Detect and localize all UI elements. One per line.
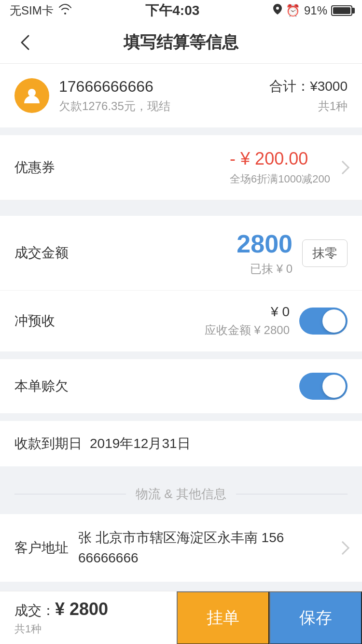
due-date-value: 2019年12月31日	[90, 434, 191, 453]
pre-collection-row: 冲预收 ¥ 0 应收金额 ¥ 2800	[0, 290, 362, 351]
status-right: ⏰ 91%	[273, 4, 352, 17]
section-divider-2	[0, 351, 362, 359]
bottom-deal-text: 成交：¥ 2800	[14, 599, 162, 620]
debt-row: 本单赊欠	[0, 359, 362, 413]
alarm-icon: ⏰	[286, 4, 300, 17]
logistics-label: 物流 & 其他信息	[136, 486, 226, 503]
save-button[interactable]: 保存	[269, 591, 362, 644]
transaction-row: 成交金额 2800 已抹 ¥ 0 抹零	[0, 216, 362, 290]
coupon-row[interactable]: 优惠券 - ¥ 200.00 全场6折满1000减200	[0, 135, 362, 200]
transaction-value: 2800	[237, 229, 292, 258]
toggle-thumb	[322, 309, 346, 333]
pre-collection-toggle[interactable]	[299, 308, 348, 335]
pre-collection-label: 冲预收	[14, 312, 55, 330]
status-bar: 无SIM卡 下午4:03 ⏰ 91%	[0, 0, 362, 21]
wifi-icon	[58, 4, 72, 17]
pre-collection-amount: ¥ 0	[205, 304, 290, 320]
battery-icon	[331, 5, 352, 16]
customer-phone: 17666666666	[59, 78, 170, 96]
content: 17666666666 欠款1276.35元，现结 合计：¥3000 共1种 优…	[0, 64, 362, 644]
debt-toggle[interactable]	[299, 373, 348, 400]
logistics-line-left	[14, 494, 126, 494]
logistics-line-right	[236, 494, 348, 494]
coupon-chevron-icon	[336, 161, 349, 174]
coupon-desc: 全场6折满1000减200	[230, 172, 330, 186]
back-button[interactable]	[14, 32, 36, 53]
bottom-count: 共1种	[14, 622, 162, 636]
location-icon	[273, 4, 282, 17]
section-divider-1	[0, 208, 362, 216]
address-chevron-icon	[336, 541, 349, 555]
customer-card: 17666666666 欠款1276.35元，现结 合计：¥3000 共1种	[0, 64, 362, 127]
bottom-bar: 成交：¥ 2800 共1种 挂单 保存	[0, 591, 362, 644]
address-label: 客户地址	[14, 539, 69, 557]
due-date-row: 收款到期日 2019年12月31日	[0, 421, 362, 466]
customer-debt: 欠款1276.35元，现结	[59, 98, 170, 114]
deal-prefix: 成交：	[14, 603, 55, 618]
address-value: 张 北京市市辖区海淀区永丰南 156 66666666	[78, 528, 338, 568]
nav-bar: 填写结算等信息	[0, 21, 362, 64]
address-row[interactable]: 客户地址 张 北京市市辖区海淀区永丰南 156 66666666	[0, 514, 362, 582]
coupon-label: 优惠券	[14, 158, 55, 177]
svg-point-0	[28, 89, 36, 97]
debt-toggle-thumb	[322, 375, 346, 398]
total-amount: 合计：¥3000	[269, 77, 348, 96]
status-left: 无SIM卡	[10, 3, 72, 18]
suspend-button[interactable]: 挂单	[177, 591, 269, 644]
status-time: 下午4:03	[145, 1, 199, 20]
due-date-label: 收款到期日	[14, 434, 82, 453]
avatar	[14, 78, 49, 113]
logistics-divider: 物流 & 其他信息	[0, 474, 362, 514]
bottom-summary: 成交：¥ 2800 共1种	[0, 599, 177, 636]
deal-amount: ¥ 2800	[55, 599, 108, 619]
page-title: 填写结算等信息	[124, 31, 238, 54]
battery-percent: 91%	[304, 4, 327, 17]
transaction-sub: 已抹 ¥ 0	[237, 261, 292, 277]
round-zero-button[interactable]: 抹零	[302, 239, 348, 267]
debt-label: 本单赊欠	[14, 377, 69, 395]
coupon-amount: - ¥ 200.00	[230, 149, 330, 169]
pre-collection-desc: 应收金额 ¥ 2800	[205, 322, 290, 338]
transaction-label: 成交金额	[14, 244, 69, 262]
carrier-text: 无SIM卡	[10, 3, 54, 18]
total-count: 共1种	[269, 98, 348, 114]
